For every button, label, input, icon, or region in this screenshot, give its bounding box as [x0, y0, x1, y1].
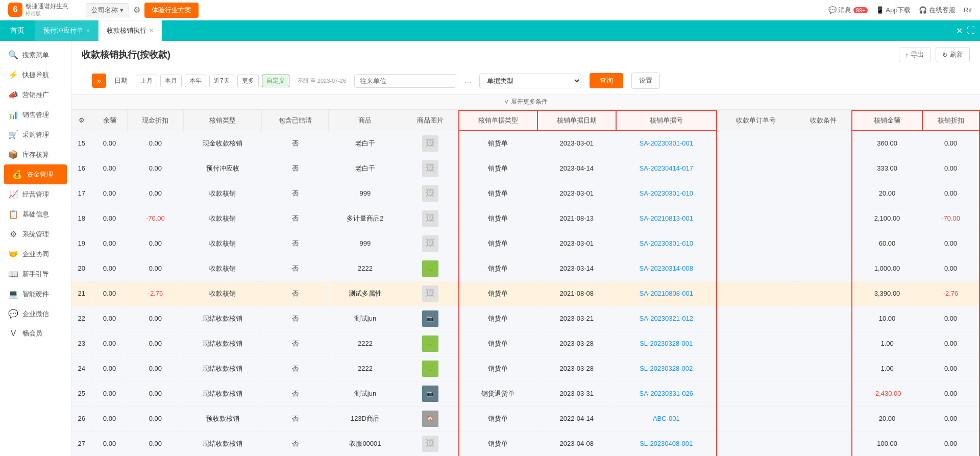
row-cash-discount: 0.00 — [127, 331, 184, 356]
brand-sub: 标准版 — [26, 10, 68, 17]
tab-receipt-close[interactable]: × — [150, 27, 153, 34]
table-row: 18 0.00 -70.00 收款核销 否 多计量商品2 🖼 销货单 2021-… — [71, 206, 979, 231]
export-button[interactable]: ↑ 导出 — [899, 47, 931, 62]
top-bar: 6 畅捷通谱好生意 标准版 公司名称 ▾ ⚙ 体验行业方案 💬 消息 99+ 📱… — [0, 0, 980, 20]
search-button[interactable]: 查询 — [590, 73, 623, 88]
row-cancel-discount: 0.00 — [922, 156, 979, 181]
row-cancel-bill-no[interactable]: SA-20230321-012 — [616, 306, 717, 331]
date-7days[interactable]: 近7天 — [209, 75, 234, 87]
row-balance: 0.00 — [92, 231, 127, 256]
row-cancel-bill-no[interactable]: ABC-001 — [616, 406, 717, 431]
row-id: 16 — [71, 156, 92, 181]
row-balance: 0.00 — [92, 156, 127, 181]
filter-dots: ... — [464, 76, 471, 85]
table-settings-icon[interactable]: ⚙ — [79, 116, 85, 124]
sidebar-operations-label: 经营管理 — [22, 190, 49, 199]
row-cancel-bill-no[interactable]: SA-20230301-010 — [616, 231, 717, 256]
app-download-link[interactable]: 📱 App下载 — [876, 6, 911, 15]
settings-button[interactable]: 设置 — [631, 73, 660, 89]
tab-prepay[interactable]: 预付冲应付单 × — [35, 20, 99, 41]
refresh-button[interactable]: ↻ 刷新 — [936, 47, 970, 62]
sidebar-item-inventory[interactable]: 📦 库存核算 — [0, 145, 71, 164]
row-cancel-bill-no[interactable]: SA-20210808-001 — [616, 281, 717, 306]
date-last-month[interactable]: 上月 — [136, 75, 157, 87]
industry-button[interactable]: 体验行业方案 — [144, 3, 199, 18]
col-settings[interactable]: ⚙ — [71, 110, 92, 131]
row-cancel-bill-type: 销货单 — [459, 356, 537, 381]
basics-icon: 📋 — [8, 209, 18, 219]
row-cancel-bill-no[interactable]: SA-20230301-010 — [616, 181, 717, 206]
brand-name: 畅捷通谱好生意 — [26, 3, 68, 10]
expand-more-button[interactable]: ∨ 展开更多条件 — [71, 94, 980, 110]
row-cancel-amount: 360.00 — [852, 131, 922, 156]
sidebar-item-hardware[interactable]: 💻 智能硬件 — [0, 284, 71, 304]
tab-fullscreen-button[interactable]: ⛶ — [967, 26, 975, 35]
row-goods-img: 🏠 — [402, 406, 459, 431]
date-this-month[interactable]: 本月 — [160, 75, 182, 87]
row-cancel-bill-no[interactable]: SL-20230328-002 — [616, 356, 717, 381]
row-cancel-type: 收款核销 — [184, 206, 261, 231]
sidebar-item-sales[interactable]: 📊 销售管理 — [0, 105, 71, 125]
row-cancel-bill-no[interactable]: SA-20230414-017 — [616, 156, 717, 181]
col-include-cleared: 包含已结清 — [261, 110, 329, 131]
product-img: 🍀 — [422, 361, 438, 377]
sidebar-item-operations[interactable]: 📈 经营管理 — [0, 184, 71, 204]
table-row: 15 0.00 0.00 现金收款核销 否 老白干 🖼 销货单 2023-03-… — [71, 131, 979, 156]
tab-prepay-close[interactable]: × — [86, 27, 90, 34]
sidebar-item-finance[interactable]: 💰 资金管理 — [4, 164, 67, 184]
tab-home[interactable]: 首页 — [0, 20, 35, 41]
sidebar-item-collab[interactable]: 🤝 企业协同 — [0, 244, 71, 264]
row-cash-discount: 0.00 — [127, 381, 184, 406]
sidebar-item-marketing[interactable]: 📣 营销推广 — [0, 85, 71, 105]
purchase-icon: 🛒 — [8, 130, 18, 139]
filter-toggle-button[interactable]: » — [92, 74, 106, 88]
row-goods-img: 🖼 — [402, 281, 459, 306]
message-link[interactable]: 💬 消息 99+ — [828, 6, 868, 15]
tab-receipt[interactable]: 收款核销执行 × — [99, 20, 162, 41]
row-cancel-bill-no[interactable]: SL-20230328-001 — [616, 331, 717, 356]
row-goods: 老白干 — [329, 131, 402, 156]
sales-icon: 📊 — [8, 110, 18, 119]
date-custom[interactable]: 自定义 — [262, 75, 289, 87]
row-cancel-discount: 0.00 — [922, 431, 979, 456]
row-cancel-discount: 0.00 — [922, 356, 979, 381]
sidebar-item-purchase[interactable]: 🛒 采购管理 — [0, 125, 71, 145]
row-goods-img: 📷 — [402, 306, 459, 331]
customer-service-link[interactable]: 🎧 在线客服 — [919, 6, 955, 15]
sidebar-item-member[interactable]: V 畅会员 — [0, 324, 71, 343]
sidebar-item-guide[interactable]: 📖 新手引导 — [0, 264, 71, 284]
row-cancel-bill-date: 2023-03-01 — [537, 131, 616, 156]
quicknav-icon: ⚡ — [8, 70, 18, 80]
company-selector[interactable]: 公司名称 ▾ — [86, 3, 129, 17]
row-cancel-type: 收款核销 — [184, 256, 261, 281]
type-select[interactable]: 单据类型 — [479, 74, 581, 88]
row-cancel-bill-no[interactable]: SL-20230408-001 — [616, 431, 717, 456]
row-cancel-bill-no[interactable]: SA-20210813-001 — [616, 206, 717, 231]
row-cancel-bill-no[interactable]: SA-20230314-008 — [616, 256, 717, 281]
row-goods: 2222 — [329, 331, 402, 356]
row-cancel-bill-no[interactable]: SA-20230331-026 — [616, 381, 717, 406]
row-cancel-bill-no[interactable]: SA-20230301-001 — [616, 131, 717, 156]
gear-button[interactable]: ⚙ — [133, 5, 140, 15]
sidebar-item-wechat[interactable]: 💬 企业微信 — [0, 304, 71, 324]
sidebar-item-system[interactable]: ⚙ 系统管理 — [0, 224, 71, 244]
row-id: 15 — [71, 131, 92, 156]
row-goods-img: 📷 — [402, 381, 459, 406]
row-receipt-terms — [795, 431, 852, 456]
date-this-year[interactable]: 本年 — [185, 75, 206, 87]
row-receipt-terms — [795, 406, 852, 431]
row-include-cleared: 否 — [261, 231, 329, 256]
top-bar-right: 💬 消息 99+ 📱 App下载 🎧 在线客服 Rit — [828, 6, 972, 15]
sidebar-item-search[interactable]: 🔍 搜索菜单 — [0, 45, 71, 65]
tab-close-all-button[interactable]: ✕ — [956, 26, 963, 36]
unit-input[interactable] — [354, 74, 456, 88]
member-icon: V — [8, 329, 18, 338]
date-more[interactable]: 更多 — [237, 75, 259, 87]
row-balance: 0.00 — [92, 331, 127, 356]
sidebar-item-basics[interactable]: 📋 基础信息 — [0, 204, 71, 224]
table-wrapper: ⚙ 余额 现金折扣 核销类型 包含已结清 商品 商品图片 核销单据类型 核销单据… — [71, 110, 980, 456]
sidebar-item-quicknav[interactable]: ⚡ 快捷导航 — [0, 65, 71, 85]
row-id: 23 — [71, 331, 92, 356]
logo-icon: 6 — [8, 3, 22, 17]
row-cancel-type: 现结收款核销 — [184, 306, 261, 331]
